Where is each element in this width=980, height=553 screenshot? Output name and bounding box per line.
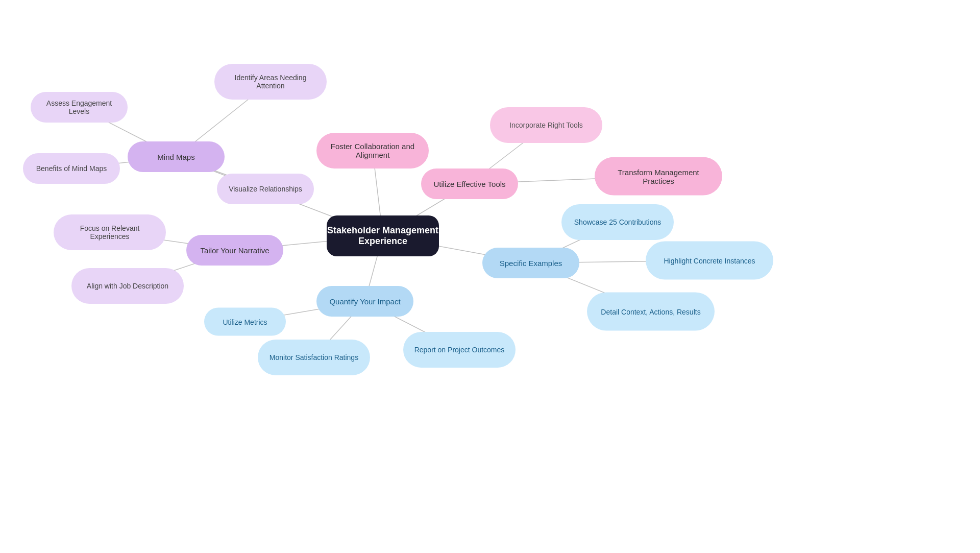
- node-align-job[interactable]: Align with Job Description: [71, 268, 184, 304]
- node-visualize-relationships[interactable]: Visualize Relationships: [217, 174, 314, 204]
- node-tailor-narrative[interactable]: Tailor Your Narrative: [186, 235, 283, 266]
- node-mind-maps[interactable]: Mind Maps: [128, 141, 225, 172]
- node-utilize-effective-tools[interactable]: Utilize Effective Tools: [421, 169, 518, 199]
- node-assess-engagement[interactable]: Assess Engagement Levels: [31, 92, 128, 123]
- node-foster-collab[interactable]: Foster Collaboration and Alignment: [316, 133, 429, 169]
- node-detail-context[interactable]: Detail Context, Actions, Results: [587, 293, 715, 331]
- node-benefits-mind-maps[interactable]: Benefits of Mind Maps: [23, 153, 120, 184]
- node-transform-management[interactable]: Transform Management Practices: [595, 157, 722, 196]
- node-incorporate-right-tools[interactable]: Incorporate Right Tools: [490, 107, 602, 143]
- node-quantify-impact[interactable]: Quantify Your Impact: [316, 286, 413, 317]
- center-node[interactable]: Stakeholder Management Experience: [327, 215, 439, 256]
- node-report-project[interactable]: Report on Project Outcomes: [403, 332, 516, 368]
- node-highlight-concrete[interactable]: Highlight Concrete Instances: [646, 242, 773, 280]
- node-showcase-25[interactable]: Showcase 25 Contributions: [561, 204, 674, 240]
- node-focus-relevant[interactable]: Focus on Relevant Experiences: [54, 214, 166, 250]
- node-utilize-metrics[interactable]: Utilize Metrics: [204, 308, 286, 336]
- node-monitor-satisfaction[interactable]: Monitor Satisfaction Ratings: [258, 340, 370, 375]
- mind-map-container: Stakeholder Management ExperienceMind Ma…: [0, 0, 980, 553]
- node-specific-examples[interactable]: Specific Examples: [482, 248, 579, 278]
- node-identify-areas[interactable]: Identify Areas Needing Attention: [214, 64, 327, 100]
